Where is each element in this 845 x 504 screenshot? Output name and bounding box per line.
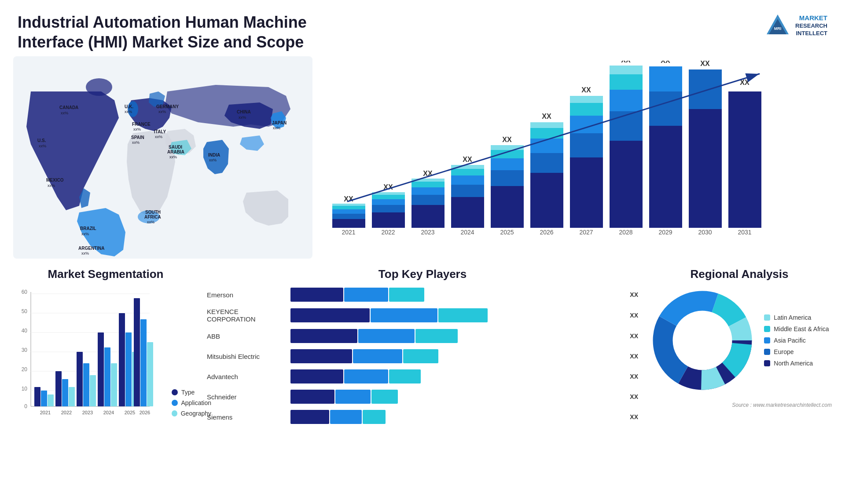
svg-rect-75 (530, 173, 563, 228)
reg-legend-mea: Middle East & Africa (764, 325, 829, 332)
svg-rect-144 (134, 298, 140, 406)
bar-seg-1 (290, 308, 370, 322)
player-value: XX (625, 413, 638, 420)
player-name: Schneider (207, 393, 286, 401)
svg-text:XX: XX (661, 61, 670, 64)
svg-text:SPAIN: SPAIN (131, 135, 144, 140)
seg-legend: Type Application Geography (172, 389, 211, 417)
svg-text:xx%: xx% (158, 110, 166, 114)
player-row: Advantech XX (207, 369, 638, 383)
svg-text:2024: 2024 (460, 229, 474, 236)
svg-point-153 (675, 313, 730, 368)
svg-rect-128 (55, 371, 62, 406)
bar-seg-2 (358, 329, 415, 343)
player-name: Emerson (207, 291, 286, 299)
svg-text:2029: 2029 (658, 229, 672, 236)
reg-legend-latin: Latin America (764, 314, 829, 321)
growth-chart-section: XX 2021 XX 2022 XX 2023 (312, 56, 832, 259)
player-value: XX (625, 393, 638, 400)
svg-rect-89 (610, 141, 643, 228)
reg-legend-europe: Europe (764, 348, 829, 355)
bar-seg-2 (371, 308, 437, 322)
svg-rect-71 (491, 150, 524, 158)
svg-text:xx%: xx% (125, 110, 132, 114)
svg-rect-125 (41, 391, 47, 406)
svg-text:2027: 2027 (579, 229, 593, 236)
svg-text:xx%: xx% (132, 140, 140, 145)
svg-rect-41 (332, 214, 365, 219)
svg-rect-63 (451, 175, 484, 185)
svg-rect-98 (649, 66, 682, 91)
svg-rect-83 (570, 133, 603, 157)
svg-text:2022: 2022 (381, 229, 395, 236)
svg-rect-56 (411, 187, 445, 195)
player-value: XX (625, 312, 638, 319)
segmentation-section: Market Segmentation 60 50 40 30 20 10 0 (13, 267, 198, 496)
svg-rect-105 (728, 91, 761, 228)
bar-seg-3 (438, 308, 488, 322)
svg-rect-57 (411, 182, 445, 187)
svg-text:U.S.: U.S. (37, 138, 46, 143)
legend-geography: Geography (172, 410, 211, 417)
geography-color-dot (172, 410, 177, 416)
svg-text:CHINA: CHINA (237, 110, 251, 114)
svg-text:2031: 2031 (738, 229, 751, 236)
legend-type: Type (172, 389, 211, 396)
svg-rect-48 (372, 205, 405, 212)
bar-seg-3 (371, 390, 398, 404)
svg-text:xx%: xx% (169, 155, 177, 159)
svg-text:2021: 2021 (342, 229, 355, 236)
bar-seg-1 (290, 288, 343, 302)
svg-rect-69 (491, 170, 524, 186)
apac-label: Asia Pacific (774, 337, 805, 344)
player-bar (290, 410, 621, 424)
na-color-dot (764, 360, 770, 366)
regional-section: Regional Analysis Latin Ame (647, 267, 832, 496)
svg-rect-50 (372, 195, 405, 199)
svg-rect-137 (104, 347, 110, 406)
svg-text:CANADA: CANADA (59, 105, 78, 110)
svg-rect-86 (570, 96, 603, 103)
svg-rect-134 (90, 375, 96, 406)
svg-rect-93 (610, 66, 643, 74)
svg-text:MRI: MRI (774, 26, 782, 31)
player-bar (290, 349, 621, 363)
latin-label: Latin America (774, 314, 811, 321)
svg-rect-42 (332, 209, 365, 214)
svg-text:XX: XX (700, 61, 710, 67)
svg-rect-97 (649, 91, 682, 126)
svg-rect-76 (530, 153, 563, 173)
mea-color-dot (764, 326, 770, 332)
na-label: North America (774, 360, 813, 367)
svg-rect-138 (111, 363, 117, 406)
player-bar (290, 369, 621, 383)
player-row: KEYENCE CORPORATION XX (207, 308, 638, 323)
world-map-section: CANADA xx% U.S. xx% MEXICO xx% BRAZIL xx… (13, 56, 312, 259)
svg-text:2023: 2023 (421, 229, 434, 236)
svg-rect-145 (140, 319, 147, 406)
svg-text:INDIA: INDIA (208, 153, 220, 157)
legend-type-label: Type (181, 389, 195, 396)
page-title: Industrial Automation Human Machine Inte… (18, 12, 326, 52)
svg-rect-43 (332, 206, 365, 209)
svg-rect-47 (372, 212, 405, 228)
mea-label: Middle East & Africa (774, 325, 829, 332)
player-name: Mitsubishi Electric (207, 353, 286, 360)
bar-seg-3 (363, 410, 386, 424)
bar-seg-3 (403, 349, 438, 363)
svg-text:xx%: xx% (239, 115, 246, 120)
svg-text:xx%: xx% (61, 111, 68, 115)
player-row: Siemens XX (207, 410, 638, 424)
svg-text:60: 60 (22, 289, 28, 295)
svg-text:2025: 2025 (500, 229, 514, 236)
svg-rect-140 (119, 313, 125, 406)
bar-seg-1 (290, 390, 334, 404)
player-row: Schneider XX (207, 390, 638, 404)
svg-rect-91 (610, 90, 643, 111)
bar-seg-1 (290, 410, 329, 424)
player-name: Siemens (207, 413, 286, 421)
logo-icon: MRI (764, 12, 791, 39)
svg-rect-124 (34, 387, 40, 406)
svg-text:2023: 2023 (82, 410, 93, 415)
player-row: ABB XX (207, 329, 638, 343)
